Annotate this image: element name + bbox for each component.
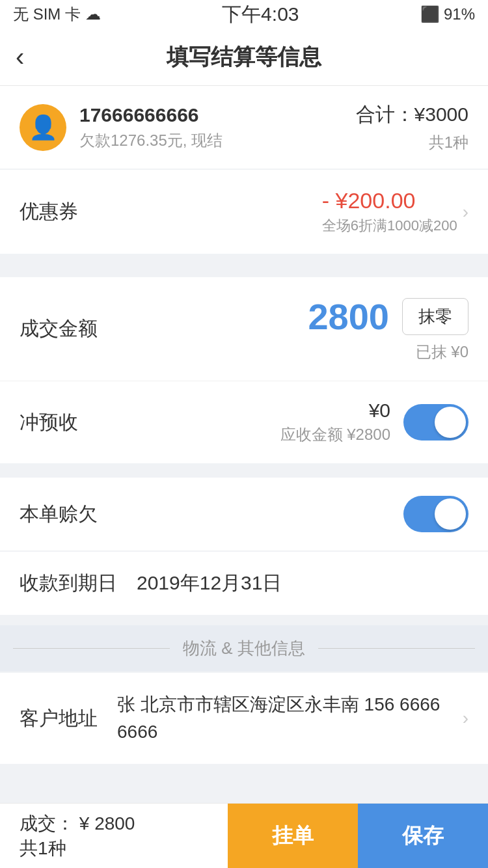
- coupon-desc: 全场6折满1000减200: [322, 216, 457, 236]
- sim-label: 无 SIM 卡 ☁: [13, 4, 101, 25]
- summary-label: 成交：: [20, 813, 74, 834]
- prepay-row: 冲预收 ¥0 应收金额 ¥2800: [0, 381, 488, 463]
- nav-bar: ‹ 填写结算等信息: [0, 29, 488, 86]
- summary-count: 共1种: [20, 836, 208, 861]
- battery-icon: ⬛: [420, 5, 440, 23]
- avatar: 👤: [20, 104, 66, 151]
- transaction-label: 成交金额: [20, 316, 98, 342]
- logistics-separator: 物流 & 其他信息: [0, 625, 488, 671]
- status-time: 下午4:03: [222, 1, 299, 28]
- user-card: 👤 17666666666 欠款1276.35元, 现结 合计：¥3000 共1…: [0, 86, 488, 169]
- prepay-sub: 应收金额 ¥2800: [280, 424, 390, 445]
- section-divider-1: [0, 264, 488, 277]
- prepay-label: 冲预收: [20, 409, 78, 436]
- transaction-section: 成交金额 2800 抹零 已抹 ¥0 冲预收 ¥0 应收金额 ¥2800: [0, 277, 488, 463]
- coupon-discount: - ¥200.00: [322, 188, 457, 213]
- back-button[interactable]: ‹: [16, 42, 24, 72]
- debt-row: 本单赊欠: [0, 478, 488, 550]
- address-row[interactable]: 客户地址 张 北京市市辖区海淀区永丰南 156 6666 6666 ›: [0, 673, 488, 764]
- transaction-amount: 2800: [308, 295, 389, 338]
- transaction-value-group: 2800 抹零: [308, 295, 468, 338]
- coupon-label: 优惠券: [20, 198, 78, 225]
- logistics-sep-text: 物流 & 其他信息: [183, 637, 305, 660]
- toggle-knob: [435, 407, 466, 438]
- prepay-right: ¥0 应收金额 ¥2800: [280, 400, 468, 445]
- user-info-group: 👤 17666666666 欠款1276.35元, 现结: [20, 104, 223, 151]
- address-label: 客户地址: [20, 705, 98, 732]
- coupon-right: - ¥200.00 全场6折满1000减200 ›: [322, 188, 468, 236]
- total-amount: 合计：¥3000: [356, 102, 468, 128]
- sep-line-left: [13, 648, 170, 649]
- transaction-row: 成交金额 2800 抹零 已抹 ¥0: [0, 277, 488, 381]
- bottom-bar: 成交： ¥ 2800 共1种 挂单 保存: [0, 803, 488, 868]
- user-phone: 17666666666: [79, 104, 223, 126]
- hold-button[interactable]: 挂单: [228, 804, 358, 869]
- bottom-summary: 成交： ¥ 2800 共1种: [0, 811, 228, 861]
- page-title: 填写结算等信息: [167, 42, 321, 72]
- address-chevron-icon: ›: [463, 708, 468, 729]
- due-date-label: 收款到期日: [20, 570, 117, 597]
- status-left: 无 SIM 卡 ☁: [13, 4, 101, 25]
- save-button[interactable]: 保存: [358, 804, 488, 869]
- order-total: 合计：¥3000 共1种: [356, 102, 468, 153]
- debt-toggle[interactable]: [403, 496, 468, 532]
- user-details: 17666666666 欠款1276.35元, 现结: [79, 104, 223, 151]
- debt-label: 本单赊欠: [20, 501, 98, 528]
- user-sub: 欠款1276.35元, 现结: [79, 130, 223, 151]
- summary-label-amount: 成交： ¥ 2800: [20, 811, 208, 836]
- debt-toggle-knob: [435, 498, 466, 530]
- battery-percent: 91%: [444, 5, 475, 23]
- transaction-sub: 已抹 ¥0: [308, 342, 468, 362]
- address-value: 张 北京市市辖区海淀区永丰南 156 6666 6666: [117, 691, 463, 746]
- prepay-toggle[interactable]: [403, 404, 468, 441]
- sep-line-right: [318, 648, 475, 649]
- due-date-row: 收款到期日 2019年12月31日: [0, 552, 488, 615]
- section-divider-2: [0, 465, 488, 478]
- round-button[interactable]: 抹零: [402, 298, 468, 335]
- status-bar: 无 SIM 卡 ☁ 下午4:03 ⬛ 91%: [0, 0, 488, 29]
- status-right: ⬛ 91%: [420, 5, 475, 23]
- chevron-right-icon: ›: [463, 202, 468, 223]
- coupon-section[interactable]: 优惠券 - ¥200.00 全场6折满1000减200 ›: [0, 170, 488, 254]
- due-date-value: 2019年12月31日: [137, 570, 282, 597]
- total-count: 共1种: [356, 132, 468, 153]
- prepay-amount-group: ¥0 应收金额 ¥2800: [280, 400, 390, 445]
- prepay-amount: ¥0: [280, 400, 390, 422]
- summary-amount: ¥ 2800: [79, 813, 135, 834]
